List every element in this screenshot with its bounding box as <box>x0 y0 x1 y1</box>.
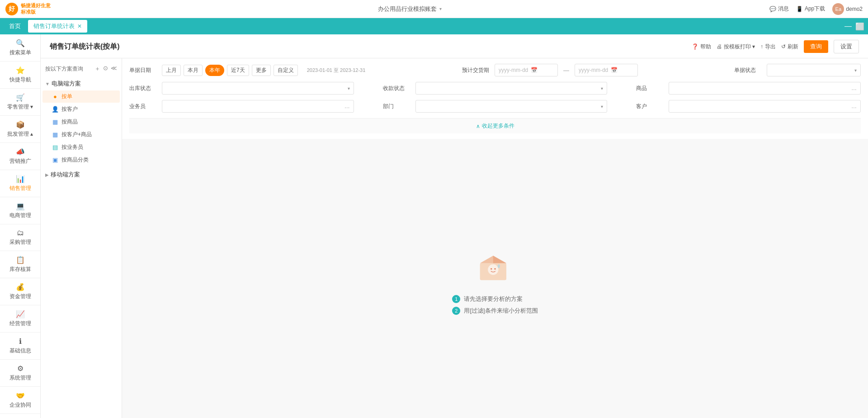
top-bar-center[interactable]: 办公用品行业模拟账套 ▾ <box>378 5 442 13</box>
collapse-bar[interactable]: ∧ 收起更多条件 <box>129 118 861 133</box>
settings-btn[interactable]: 设置 <box>834 40 859 53</box>
app-title-dropdown[interactable]: ▾ <box>439 6 442 11</box>
print-btn[interactable]: 🖨 按模板打印 ▾ <box>717 43 755 51</box>
lp-item-by-order[interactable]: ● 按单 <box>42 90 120 103</box>
date-btn-this-year[interactable]: 本年 <box>205 65 224 76</box>
customer-label: 客户 <box>636 103 663 110</box>
ecommerce-icon: 💻 <box>16 202 25 210</box>
tab-maximize-btn[interactable]: ⬜ <box>855 22 864 31</box>
status-select[interactable]: ▾ <box>767 64 861 76</box>
tab-home[interactable]: 首页 <box>4 20 26 33</box>
lp-item-by-salesperson[interactable]: ▤ 按业务员 <box>42 141 120 153</box>
sidebar-item-wholesale[interactable]: 📦 批发管理 ▴ <box>0 116 40 143</box>
by-customer-label: 按客户 <box>61 105 78 113</box>
by-order-label: 按单 <box>61 93 72 100</box>
status-arrow: ▾ <box>854 68 857 73</box>
by-product-label: 按商品 <box>61 118 78 126</box>
department-select[interactable]: ▾ <box>415 100 608 113</box>
product-input[interactable]: … <box>669 82 861 95</box>
by-cp-icon: ▦ <box>52 131 59 138</box>
customer-input[interactable]: … <box>669 100 861 113</box>
filter-date-group: 上月 本月 本年 近7天 更多 自定义 <box>162 65 298 76</box>
svg-point-6 <box>498 264 500 268</box>
print-icon: 🖨 <box>717 43 722 50</box>
user-area[interactable]: Ea demo2 <box>832 3 863 15</box>
sidebar-item-purchase[interactable]: 🗂 采购管理 <box>0 224 40 251</box>
marketing-icon: 📣 <box>16 147 25 156</box>
expected-start-date[interactable]: yyyy-mm-dd 📅 <box>495 64 558 76</box>
export-icon: ↑ <box>760 43 763 50</box>
date-label: 单据日期 <box>129 66 156 74</box>
sidebar-item-finance[interactable]: 💰 资金管理 <box>0 278 40 305</box>
calendar-start-icon: 📅 <box>531 67 538 73</box>
empty-tip-1: 1 请先选择要分析的方案 <box>452 295 538 303</box>
sidebar: 🔍 搜索菜单 ⭐ 快捷导航 🛒 零售管理 ▾ 📦 批发管理 ▴ 📣 营销推广 📊… <box>0 34 41 418</box>
sidebar-item-sales[interactable]: 📊 销售管理 <box>0 170 40 197</box>
shipment-select[interactable]: ▾ <box>162 82 354 95</box>
sidebar-item-retail[interactable]: 🛒 零售管理 ▾ <box>0 89 40 116</box>
tab-minimize-btn[interactable]: — <box>844 22 852 31</box>
sidebar-item-collab[interactable]: 🤝 企业协同 <box>0 387 40 414</box>
by-customer-icon: 👤 <box>52 106 59 113</box>
message-btn[interactable]: 💬 消息 <box>769 5 789 13</box>
lp-item-by-customer[interactable]: 👤 按客户 <box>42 103 120 115</box>
operations-icon: 📈 <box>16 310 25 318</box>
collab-icon: 🤝 <box>16 391 25 400</box>
department-label: 部门 <box>383 103 410 110</box>
help-btn[interactable]: ❓ 帮助 <box>692 43 711 51</box>
tab-sales-stats[interactable]: 销售订单统计表 ✕ <box>28 20 87 33</box>
lp-section-pc-header[interactable]: ▼ 电脑端方案 <box>41 77 122 90</box>
sidebar-item-system[interactable]: ⚙ 系统管理 <box>0 360 40 387</box>
app-download-btn[interactable]: 📱 App下载 <box>796 5 825 13</box>
sidebar-item-ecommerce[interactable]: 💻 电商管理 <box>0 197 40 224</box>
sidebar-item-search-menu[interactable]: 🔍 搜索菜单 <box>0 34 40 62</box>
payment-label: 收款状态 <box>383 85 410 92</box>
lp-settings-btn[interactable]: ⊙ <box>103 65 108 73</box>
svg-point-3 <box>488 264 498 275</box>
sidebar-item-operations[interactable]: 📈 经营管理 <box>0 305 40 332</box>
date-btn-more[interactable]: 更多 <box>252 65 271 76</box>
by-cat-label: 按商品分类 <box>61 156 89 164</box>
date-btn-this-month[interactable]: 本月 <box>184 65 203 76</box>
payment-select[interactable]: ▾ <box>415 82 608 95</box>
sidebar-item-new-user[interactable]: 🎯 新手引导 <box>0 414 40 418</box>
date-btn-custom[interactable]: 自定义 <box>274 65 298 76</box>
svg-point-4 <box>491 268 492 269</box>
date-btn-7days[interactable]: 近7天 <box>227 65 249 76</box>
logo-text: 畅捷通好生意 标准版 <box>21 3 51 14</box>
refresh-btn[interactable]: ↺ 刷新 <box>781 43 798 51</box>
export-btn[interactable]: ↑ 导出 <box>760 43 776 51</box>
date-btn-last-month[interactable]: 上月 <box>162 65 181 76</box>
lp-header: 按以下方案查询 ＋ ⊙ ≪ <box>41 63 122 76</box>
lp-collapse-btn[interactable]: ≪ <box>111 65 117 73</box>
expected-end-date[interactable]: yyyy-mm-dd 📅 <box>575 64 638 76</box>
sidebar-item-inventory[interactable]: 📋 库存核算 <box>0 251 40 278</box>
sidebar-item-basic-info[interactable]: ℹ 基础信息 <box>0 332 40 360</box>
lp-pc-label: 电脑端方案 <box>52 80 81 88</box>
expected-start-placeholder: yyyy-mm-dd <box>499 67 528 73</box>
tip-text-1: 请先选择要分析的方案 <box>464 295 523 303</box>
lp-item-by-customer-product[interactable]: ▦ 按客户+商品 <box>42 128 120 141</box>
finance-icon: 💰 <box>16 283 25 291</box>
empty-illustration <box>472 242 518 288</box>
date-range-display: 2023-01-01 至 2023-12-31 <box>307 67 366 74</box>
customer-dots: … <box>851 103 857 109</box>
query-btn[interactable]: 查询 <box>804 40 828 53</box>
salesperson-label: 业务员 <box>129 103 156 110</box>
by-cp-label: 按客户+商品 <box>61 131 92 138</box>
tab-sales-stats-label: 销售订单统计表 <box>33 22 75 30</box>
lp-section-mobile-header[interactable]: ▶ 移动端方案 <box>41 168 122 181</box>
tab-close-icon[interactable]: ✕ <box>77 24 82 29</box>
lp-item-by-product-cat[interactable]: ▣ 按商品分类 <box>42 154 120 166</box>
lp-item-by-product[interactable]: ▦ 按商品 <box>42 116 120 128</box>
lp-header-icons: ＋ ⊙ ≪ <box>94 65 117 73</box>
product-dots: … <box>851 85 857 91</box>
salesperson-input[interactable]: … <box>162 100 354 113</box>
tab-bar-actions: — ⬜ <box>844 22 864 31</box>
lp-add-btn[interactable]: ＋ <box>94 65 100 73</box>
sidebar-item-marketing[interactable]: 📣 营销推广 <box>0 143 40 170</box>
avatar: Ea <box>832 3 844 15</box>
sidebar-item-quick-nav[interactable]: ⭐ 快捷导航 <box>0 62 40 89</box>
tip-num-1: 1 <box>452 295 460 303</box>
lp-header-label: 按以下方案查询 <box>45 65 83 73</box>
